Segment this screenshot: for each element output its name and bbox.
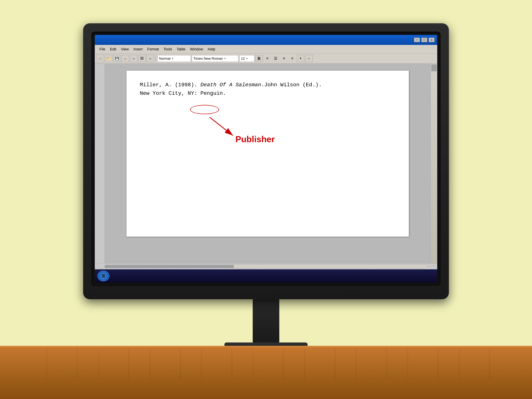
image-button[interactable]: 🖼 — [138, 55, 146, 62]
monitor-stand — [83, 299, 449, 352]
menu-view[interactable]: View — [119, 46, 131, 52]
more-left-button[interactable]: » — [147, 55, 154, 62]
desk-surface — [0, 346, 532, 399]
title-bar: – □ ✕ — [95, 35, 437, 45]
document-page[interactable]: Miller, A. (1998). Death Of A Salesman.J… — [126, 70, 409, 237]
style-value: Normal — [159, 57, 171, 61]
right-scrollbar[interactable] — [431, 64, 437, 263]
menu-help[interactable]: Help — [206, 46, 217, 52]
size-dropdown-arrow: ▼ — [246, 57, 248, 60]
font-dropdown[interactable]: Times New Roman ▼ — [192, 55, 238, 62]
font-size-value: 12 — [241, 57, 245, 61]
save-button[interactable]: 💾 — [113, 55, 121, 62]
annotation-container: Publisher — [140, 91, 406, 190]
align-right-button[interactable]: ≡ — [280, 55, 288, 62]
document-main: Miller, A. (1998). Death Of A Salesman.J… — [105, 64, 431, 263]
new-document-button[interactable]: □ — [97, 55, 104, 62]
screen: – □ ✕ File Edit View Insert Format Tools… — [95, 35, 437, 283]
align-left-button[interactable]: ≡ — [264, 55, 271, 62]
more-right-button[interactable]: ▼ — [297, 55, 304, 62]
document-area: Miller, A. (1998). Death Of A Salesman.J… — [95, 64, 437, 263]
font-dropdown-arrow: ▼ — [224, 57, 226, 60]
annotation-svg: Publisher — [140, 91, 406, 190]
menu-file[interactable]: File — [97, 46, 107, 52]
close-button[interactable]: ✕ — [429, 38, 435, 42]
start-button[interactable]: ⊞ — [97, 271, 109, 281]
stand-neck — [253, 299, 279, 342]
open-button[interactable]: 📂 — [105, 55, 112, 62]
menu-window[interactable]: Window — [188, 46, 205, 52]
menu-format[interactable]: Format — [145, 46, 161, 52]
frame-button[interactable]: ▭ — [130, 55, 137, 62]
h-scrollbar-thumb[interactable] — [105, 265, 234, 268]
taskbar: ⊞ — [95, 269, 437, 283]
citation-text-before-title: Miller, A. (1998). — [140, 82, 201, 88]
align-center-button[interactable]: ☰ — [272, 55, 279, 62]
citation-location: New York City, NY: — [140, 90, 201, 96]
separator-1 — [156, 56, 156, 62]
minimize-button[interactable]: – — [414, 38, 420, 42]
menu-tools[interactable]: Tools — [161, 46, 174, 52]
menu-edit[interactable]: Edit — [108, 46, 118, 52]
citation-line-1: Miller, A. (1998). Death Of A Salesman.J… — [140, 81, 395, 89]
svg-text:Publisher: Publisher — [235, 134, 275, 144]
monitor-body: – □ ✕ File Edit View Insert Format Tools… — [83, 23, 449, 299]
scrollbar-thumb[interactable] — [431, 64, 437, 71]
penguin-circle-annotation — [190, 105, 219, 114]
citation-line-2: New York City, NY: Penguin. — [140, 89, 395, 98]
restore-button[interactable]: □ — [421, 38, 427, 42]
style-dropdown-arrow: ▼ — [171, 57, 174, 60]
justify-button[interactable]: ≡ — [289, 55, 296, 62]
toolbar: □ 📂 💾 ✏️ ▭ 🖼 » Normal ▼ Times New Roman … — [95, 54, 437, 64]
edit-button[interactable]: ✏️ — [122, 55, 129, 62]
menu-bar: File Edit View Insert Format Tools Table… — [95, 45, 437, 54]
citation-publisher: Penguin. — [201, 90, 226, 96]
style-dropdown[interactable]: Normal ▼ — [158, 55, 191, 62]
citation-title-italic: Death Of A Salesman — [201, 82, 261, 88]
menu-table[interactable]: Table — [175, 46, 188, 52]
font-value: Times New Roman — [193, 57, 223, 61]
svg-line-1 — [210, 117, 233, 135]
menu-insert[interactable]: Insert — [132, 46, 145, 52]
more-options-button[interactable]: » — [305, 55, 313, 62]
h-scrollbar-track[interactable] — [105, 265, 427, 268]
start-icon: ⊞ — [101, 272, 105, 280]
font-size-dropdown[interactable]: 12 ▼ — [239, 55, 254, 62]
left-ruler — [95, 64, 105, 263]
citation-text-after-title: .John Wilson (Ed.). — [261, 82, 322, 88]
bottom-scrollbar[interactable] — [95, 263, 437, 269]
monitor-wrapper: – □ ✕ File Edit View Insert Format Tools… — [83, 23, 449, 352]
monitor-bezel: – □ ✕ File Edit View Insert Format Tools… — [91, 32, 441, 286]
bold-button[interactable]: B — [255, 55, 263, 62]
